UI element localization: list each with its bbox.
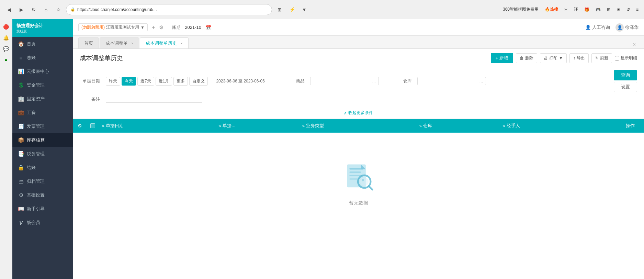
tab-cost-adjustment-history-close[interactable]: × bbox=[180, 41, 182, 45]
empty-state-icon bbox=[341, 160, 376, 194]
export-button[interactable]: ↑ 导出 bbox=[569, 53, 589, 63]
th-settings[interactable]: ⚙ bbox=[73, 123, 87, 129]
sidebar-item-ledger[interactable]: ≡ 总账 bbox=[12, 51, 73, 65]
icon-bar-weibo[interactable]: 🔴 bbox=[1, 22, 11, 32]
delete-label: 删除 bbox=[525, 55, 533, 61]
th-biz-type[interactable]: ⇅ 业务类型 bbox=[299, 123, 416, 129]
period-label: 账期 bbox=[172, 24, 181, 31]
svg-rect-2 bbox=[349, 171, 361, 172]
sidebar-item-inventory[interactable]: 📦 库存核算 bbox=[12, 133, 73, 147]
query-button[interactable]: 查询 bbox=[614, 70, 637, 80]
product-selector[interactable]: ... bbox=[310, 77, 379, 85]
sidebar-logo[interactable]: 畅捷通好会计 旗舰版 bbox=[12, 19, 73, 37]
date-yesterday-btn[interactable]: 昨天 bbox=[106, 77, 120, 86]
company-warning: (勿删勿禁用) bbox=[81, 24, 105, 30]
date-last-month-btn[interactable]: 近1月 bbox=[156, 77, 172, 86]
home-button[interactable]: ⌂ bbox=[41, 5, 51, 14]
icon-bar-bell[interactable]: 🔔 bbox=[1, 33, 11, 43]
collapse-button[interactable]: ∧ 收起更多条件 bbox=[344, 110, 373, 116]
newbie-icon: 📖 bbox=[18, 206, 24, 212]
extensions-button[interactable]: ⊞ bbox=[275, 5, 284, 14]
scissors-tool[interactable]: ✂ bbox=[563, 7, 569, 13]
warehouse-selector[interactable]: ... bbox=[417, 77, 486, 85]
th-warehouse[interactable]: ⇅ 仓库 bbox=[416, 123, 500, 129]
consult-button[interactable]: 👤 人工咨询 bbox=[585, 24, 610, 31]
date-today-btn[interactable]: 今天 bbox=[122, 77, 136, 86]
tab-cost-adjustment-history[interactable]: 成本调整单历史 × bbox=[140, 37, 188, 48]
svg-point-9 bbox=[362, 179, 364, 181]
close-all-tabs[interactable]: × bbox=[630, 42, 639, 48]
refresh-button[interactable]: ↻ 刷新 bbox=[591, 53, 612, 63]
tab-home[interactable]: 首页 bbox=[78, 37, 99, 48]
top-add-button[interactable]: + bbox=[152, 24, 155, 31]
sidebar-item-reports[interactable]: 📊 云报表中心 bbox=[12, 65, 73, 78]
product-filter-label: 商品 bbox=[284, 78, 305, 84]
th-checkbox[interactable] bbox=[87, 123, 99, 128]
sidebar-item-tax[interactable]: 📑 税务管理 bbox=[12, 147, 73, 161]
sidebar-item-settings[interactable]: ⚙ 基础设置 bbox=[12, 188, 73, 202]
sidebar-item-invoice[interactable]: 🧾 发票管理 bbox=[12, 120, 73, 133]
note-input[interactable] bbox=[106, 96, 202, 103]
menu-tool[interactable]: ≡ bbox=[635, 7, 640, 13]
query-settings-btns: 查询 设置 bbox=[614, 70, 637, 92]
th-warehouse-sort-icon: ⇅ bbox=[419, 124, 422, 128]
show-cols-toggle[interactable]: 显示明细 bbox=[615, 55, 637, 61]
delete-button[interactable]: 🗑 删除 bbox=[516, 53, 537, 63]
th-handler[interactable]: ⇅ 经手人 bbox=[500, 123, 617, 129]
top-settings-icon[interactable]: ⚙ bbox=[159, 24, 163, 31]
reports-icon: 📊 bbox=[18, 68, 24, 75]
translate-tool[interactable]: 译 bbox=[573, 6, 579, 13]
user-profile[interactable]: 👤 徐泽华 bbox=[615, 23, 639, 32]
tab-home-label: 首页 bbox=[84, 40, 93, 46]
company-dropdown-icon: ▼ bbox=[140, 25, 145, 30]
calendar-icon[interactable]: 📅 bbox=[205, 25, 211, 30]
sidebar-item-home[interactable]: 🏠 首页 bbox=[12, 37, 73, 51]
th-number[interactable]: ⇅ 单据... bbox=[216, 123, 299, 129]
date-more-btn[interactable]: 更多 bbox=[173, 77, 188, 86]
sidebar-item-archive[interactable]: 🗃 归档管理 bbox=[12, 175, 73, 188]
brightness-tool[interactable]: ☀ bbox=[615, 7, 622, 13]
forward-button[interactable]: ▶ bbox=[16, 5, 26, 14]
show-cols-checkbox[interactable] bbox=[615, 56, 619, 60]
game-tool[interactable]: 🎮 bbox=[594, 7, 602, 13]
sidebar-item-payroll-label: 工资 bbox=[27, 110, 36, 116]
boost-button[interactable]: ⚡ bbox=[287, 5, 297, 14]
grid-tool[interactable]: ⊞ bbox=[606, 7, 612, 13]
th-actions-label: 操作 bbox=[626, 123, 635, 129]
table-header: ⚙ ⇅ 单据日期 ⇅ 单据... ⇅ 业务类型 ⇅ bbox=[73, 119, 644, 133]
settings-filter-button[interactable]: 设置 bbox=[614, 82, 637, 92]
star-button[interactable]: ☆ bbox=[54, 5, 63, 14]
hot-search[interactable]: 🔥热搜 bbox=[543, 6, 560, 13]
back-button[interactable]: ◀ bbox=[4, 5, 14, 14]
th-date[interactable]: ⇅ 单据日期 bbox=[99, 123, 216, 129]
company-selector[interactable]: (勿删勿禁用) 江西服宝测试专用 ▼ bbox=[78, 23, 148, 31]
refresh-label: 刷新 bbox=[600, 55, 608, 61]
tab-cost-adjustment-close[interactable]: × bbox=[131, 41, 133, 45]
date-last7-btn[interactable]: 近7天 bbox=[137, 77, 154, 86]
reload-button[interactable]: ↻ bbox=[29, 5, 38, 14]
warehouse-dots[interactable]: ... bbox=[479, 79, 483, 83]
new-button[interactable]: + 新增 bbox=[491, 53, 513, 63]
product-dots[interactable]: ... bbox=[372, 79, 376, 83]
sidebar-item-payroll[interactable]: 💼 工资 bbox=[12, 106, 73, 120]
sidebar-item-newbie[interactable]: 📖 新手引导 bbox=[12, 202, 73, 216]
sidebar-item-member[interactable]: V 畅会员 bbox=[12, 216, 73, 230]
sidebar-item-closing[interactable]: 🔒 结账 bbox=[12, 161, 73, 175]
icon-bar-green[interactable]: ● bbox=[1, 55, 11, 65]
icon-bar: 🔴 🔔 💬 ● bbox=[0, 19, 12, 279]
more-button[interactable]: ▼ bbox=[300, 5, 309, 14]
print-button[interactable]: 🖨 打印 ▼ bbox=[540, 53, 567, 63]
select-all-checkbox[interactable] bbox=[90, 123, 95, 128]
sidebar-item-funds[interactable]: 💲 资金管理 bbox=[12, 78, 73, 92]
wallet-tool[interactable]: 🎁 bbox=[583, 7, 591, 13]
tab-cost-adjustment-label: 成本调整单 bbox=[105, 40, 128, 46]
undo-tool[interactable]: ↺ bbox=[625, 7, 631, 13]
icon-bar-message[interactable]: 💬 bbox=[1, 44, 11, 54]
empty-state: 暂无数据 bbox=[73, 133, 644, 234]
date-custom-btn[interactable]: 自定义 bbox=[189, 77, 208, 86]
sidebar-item-home-label: 首页 bbox=[27, 41, 36, 47]
tab-cost-adjustment[interactable]: 成本调整单 × bbox=[100, 37, 139, 48]
search-tool[interactable]: 360智能抠图免费用 bbox=[501, 6, 540, 13]
address-bar[interactable]: 🔒 https://cloud.chanjet.com/accounting/u… bbox=[66, 4, 272, 15]
sidebar-item-fixed-assets[interactable]: 🏢 固定资产 bbox=[12, 92, 73, 106]
